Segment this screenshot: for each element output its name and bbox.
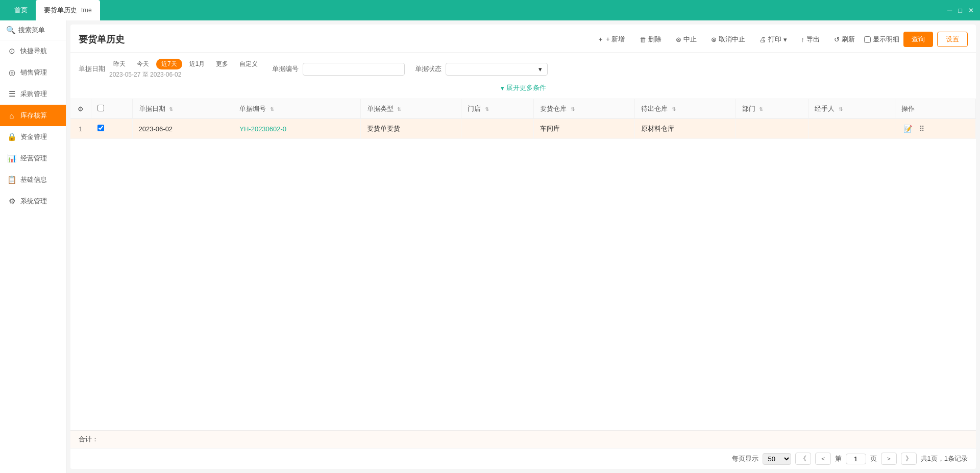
status-select[interactable]: ▾ (446, 63, 548, 76)
prev-page-btn[interactable]: ＜ (815, 453, 831, 465)
date-range-display: 2023-05-27 至 2023-06-02 (109, 70, 262, 79)
col-pending-warehouse[interactable]: 待出仓库 ⇅ (635, 99, 736, 119)
tab-requisition-label: 要货单历史 (44, 0, 77, 20)
col-handler[interactable]: 经手人 ⇅ (808, 99, 895, 119)
print-button[interactable]: 🖨 打印 ▾ (754, 32, 792, 46)
sort-store-icon: ⇅ (485, 106, 489, 112)
col-order-no[interactable]: 单据编号 ⇅ (233, 99, 360, 119)
new-icon: ＋ (597, 35, 604, 44)
stop-icon: ⊗ (676, 36, 681, 43)
date-filter: 单据日期 昨天 今天 近7天 近1月 更多 自定义 2023-05-27 至 2… (79, 59, 262, 79)
tab-home[interactable]: 首页 (6, 0, 36, 20)
col-req-warehouse[interactable]: 要货仓库 ⇅ (534, 99, 635, 119)
sales-icon: ◎ (7, 68, 16, 77)
show-detail-toggle[interactable]: 显示明细 (864, 35, 899, 44)
sidebar-item-finance[interactable]: 🔒 资金管理 (0, 126, 66, 148)
next-page-btn[interactable]: ＞ (881, 453, 897, 465)
sidebar-label-system: 系统管理 (20, 197, 47, 206)
new-button[interactable]: ＋ + 新增 (592, 32, 630, 46)
col-handler-label: 经手人 (815, 105, 835, 112)
col-type-label: 单据类型 (367, 105, 394, 112)
first-page-btn[interactable]: 《 (795, 453, 811, 465)
col-settings[interactable]: ⚙ (70, 99, 91, 119)
sidebar-item-quick-nav[interactable]: ⊙ 快捷导航 (0, 40, 66, 62)
maximize-btn[interactable]: □ (958, 7, 962, 14)
tab-requisition-history[interactable]: 要货单历史 true (36, 0, 100, 20)
sidebar-label-finance: 资金管理 (20, 132, 47, 141)
order-no-input[interactable] (303, 63, 405, 76)
settings-button[interactable]: 设置 (937, 32, 968, 47)
refresh-label: 刷新 (842, 35, 855, 44)
col-store[interactable]: 门店 ⇅ (461, 99, 534, 119)
status-label: 单据状态 (415, 64, 442, 74)
filter-area: 单据日期 昨天 今天 近7天 近1月 更多 自定义 2023-05-27 至 2… (70, 53, 976, 99)
search-menu[interactable]: 🔍 搜索菜单 (0, 20, 66, 40)
minimize-btn[interactable]: ─ (947, 7, 952, 14)
date-filter-options: 昨天 今天 近7天 近1月 更多 自定义 2023-05-27 至 2023-0… (109, 59, 262, 79)
refresh-icon: ↺ (834, 36, 840, 43)
sort-type-icon: ⇅ (397, 106, 401, 112)
export-label: 导出 (806, 35, 820, 44)
new-label: + 新增 (606, 35, 625, 44)
sidebar-item-purchase[interactable]: ☰ 采购管理 (0, 83, 66, 105)
sidebar-item-basic-info[interactable]: 📋 基础信息 (0, 169, 66, 191)
cell-store (461, 119, 534, 139)
row-checkbox[interactable] (97, 125, 104, 131)
order-no-link[interactable]: YH-20230602-0 (239, 125, 286, 133)
footer-row: 合计： (70, 430, 976, 448)
sort-handler-icon: ⇅ (839, 106, 843, 112)
window-controls: ─ □ ✕ (947, 7, 974, 14)
expand-more-label: 展开更多条件 (506, 83, 546, 92)
basic-info-icon: 📋 (7, 175, 16, 184)
stop-label: 中止 (683, 35, 697, 44)
date-btn-more[interactable]: 更多 (212, 59, 232, 69)
status-dropdown-icon: ▾ (538, 65, 542, 73)
date-btn-7days[interactable]: 近7天 (156, 59, 182, 69)
sort-dept-icon: ⇅ (759, 106, 763, 112)
edit-action-icon[interactable]: 📝 (901, 124, 914, 134)
close-btn[interactable]: ✕ (968, 7, 974, 14)
search-menu-label: 搜索菜单 (18, 26, 45, 35)
select-all-checkbox[interactable] (97, 105, 104, 111)
cell-num: 1 (70, 119, 91, 139)
current-page-input[interactable] (846, 454, 866, 464)
refresh-button[interactable]: ↺ 刷新 (829, 32, 860, 46)
col-pending-warehouse-label: 待出仓库 (641, 105, 668, 112)
print-label: 打印 (768, 35, 781, 44)
date-btn-today[interactable]: 今天 (133, 59, 153, 69)
top-bar: 首页 要货单历史 true ─ □ ✕ (0, 0, 980, 20)
expand-more-btn[interactable]: ▾ 展开更多条件 (79, 83, 968, 92)
last-page-btn[interactable]: 》 (901, 453, 917, 465)
tab-home-label: 首页 (14, 0, 28, 20)
col-date-label: 单据日期 (139, 105, 165, 112)
sidebar-label-inventory: 库存核算 (20, 111, 47, 120)
sidebar-item-system[interactable]: ⚙ 系统管理 (0, 191, 66, 212)
tab-close-icon[interactable]: true (81, 0, 92, 20)
col-type[interactable]: 单据类型 ⇅ (360, 99, 461, 119)
cancel-stop-button[interactable]: ⊗ 取消中止 (706, 32, 750, 46)
sidebar-item-operations[interactable]: 📊 经营管理 (0, 148, 66, 169)
cell-actions: 📝 ⠿ (895, 119, 975, 139)
delete-button[interactable]: 🗑 删除 (634, 32, 667, 46)
sort-order-no-icon: ⇅ (270, 106, 274, 112)
col-date[interactable]: 单据日期 ⇅ (132, 99, 233, 119)
col-order-no-label: 单据编号 (239, 105, 266, 112)
stop-button[interactable]: ⊗ 中止 (671, 32, 702, 46)
col-dept[interactable]: 部门 ⇅ (736, 99, 808, 119)
query-button[interactable]: 查询 (903, 32, 933, 47)
sidebar: 🔍 搜索菜单 ⊙ 快捷导航 ◎ 销售管理 ☰ 采购管理 ⌂ 库存核算 🔒 资金管… (0, 20, 66, 473)
show-detail-checkbox[interactable] (864, 36, 871, 43)
export-button[interactable]: ↑ 导出 (796, 32, 825, 46)
date-btn-1month[interactable]: 近1月 (185, 59, 209, 69)
page-size-select[interactable]: 50 100 200 (763, 453, 791, 465)
date-btn-custom[interactable]: 自定义 (235, 59, 262, 69)
date-btn-yesterday[interactable]: 昨天 (109, 59, 130, 69)
cell-pending-warehouse: 原材料仓库 (635, 119, 736, 139)
sidebar-item-sales[interactable]: ◎ 销售管理 (0, 62, 66, 83)
show-detail-label: 显示明细 (873, 35, 899, 44)
more-action-icon[interactable]: ⠿ (917, 124, 926, 134)
col-checkbox (91, 99, 132, 119)
operations-icon: 📊 (7, 154, 16, 163)
sidebar-item-inventory[interactable]: ⌂ 库存核算 (0, 105, 66, 126)
sidebar-label-operations: 经营管理 (20, 154, 47, 163)
